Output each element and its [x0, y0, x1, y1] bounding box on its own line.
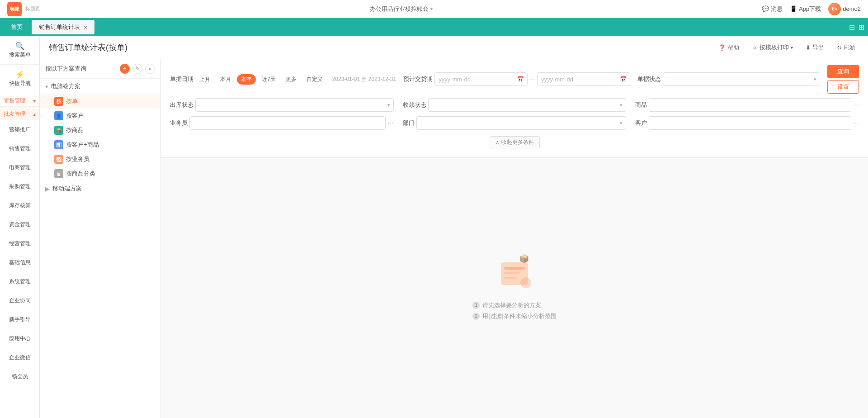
svg-point-4: [520, 277, 531, 288]
date-btn-this-year[interactable]: 本年: [237, 74, 256, 85]
tab-minimize-icon[interactable]: ⊟: [849, 23, 855, 32]
sidebar-wholesale-arrow: ▴: [33, 111, 36, 118]
svg-rect-1: [504, 267, 525, 270]
app-subtitle: 标题页: [25, 6, 40, 12]
sidebar-wechat[interactable]: 企业微信: [0, 348, 39, 367]
tree-item-by-cust-prod[interactable]: 📊 按客户+商品: [40, 138, 160, 152]
sidebar-section-retail[interactable]: 零售管理 ▾: [0, 93, 39, 107]
collapse-label: 收起更多条件: [501, 138, 534, 146]
sidebar-system[interactable]: 系统管理: [0, 272, 39, 291]
by-category-icon: 📋: [54, 169, 63, 178]
sidebar-retail-label: 零售管理: [4, 97, 25, 104]
dept-select[interactable]: [416, 116, 627, 130]
tree-section-mobile[interactable]: ▶ 移动端方案: [40, 181, 160, 196]
expected-date-from-wrap: 📅: [434, 72, 528, 86]
refresh-icon: ↻: [837, 44, 842, 51]
date-btn-custom[interactable]: 自定义: [302, 74, 327, 85]
filter-row-2: 出库状态 收款状态: [170, 98, 859, 112]
left-panel-title: 按以下方案查询: [45, 65, 116, 73]
sidebar-marketing-label: 营销推广: [4, 126, 36, 133]
tab-close-icon[interactable]: ✕: [84, 25, 87, 30]
customer-more-icon[interactable]: ···: [853, 119, 859, 127]
sidebar-purchase[interactable]: 采购管理: [0, 177, 39, 196]
out-status-group: 出库状态: [170, 98, 394, 112]
svg-text:📦: 📦: [519, 254, 529, 264]
tab-sales-stat[interactable]: 销售订单统计表 ✕: [32, 20, 94, 34]
sidebar-marketing[interactable]: 营销推广: [0, 120, 39, 139]
sidebar-quick-nav[interactable]: ⚡ 快捷导航: [0, 65, 39, 93]
sidebar-ecommerce[interactable]: 电商管理: [0, 158, 39, 177]
edit-scheme-btn[interactable]: ✎: [132, 64, 142, 74]
tree-mobile-label: 移动端方案: [52, 185, 82, 193]
date-btn-this-month[interactable]: 本月: [216, 74, 235, 85]
sidebar-finance[interactable]: 资金管理: [0, 215, 39, 234]
collapse-bar: ∧ 收起更多条件: [170, 133, 859, 152]
expected-date-from[interactable]: [434, 72, 528, 86]
goods-input[interactable]: [649, 98, 851, 112]
collapse-btn[interactable]: ∧ 收起更多条件: [490, 136, 540, 148]
settings-btn[interactable]: 设置: [827, 80, 859, 94]
sidebar-search[interactable]: 🔍 搜索菜单: [0, 36, 39, 65]
main-layout: 🔍 搜索菜单 ⚡ 快捷导航 零售管理 ▾ 批发管理 ▴ 营销推广 销售管理 电商…: [0, 36, 868, 418]
tree-item-by-order[interactable]: 按 按单: [40, 94, 160, 109]
page-header: 销售订单统计表(按单) ❓ 帮助 🖨 按模板打印 ▾ ⬇ 导出 ↻ 刷新: [40, 36, 868, 59]
by-product-label: 按商品: [66, 126, 84, 134]
add-scheme-btn[interactable]: +: [120, 64, 130, 74]
export-btn[interactable]: ⬇ 导出: [802, 42, 828, 53]
tab-home[interactable]: 首页: [4, 20, 30, 34]
app-download-btn[interactable]: 📱 App下载: [790, 5, 821, 13]
print-icon: 🖨: [752, 44, 758, 51]
customer-input[interactable]: [649, 116, 851, 130]
receipt-status-select[interactable]: [428, 98, 627, 112]
tree-item-by-customer[interactable]: 👤 按客户: [40, 109, 160, 123]
app-dropdown[interactable]: 办公用品行业模拟账套 ▾: [370, 5, 433, 13]
top-bar-right: 💬 消息 📱 App下载 Ea demo2: [762, 3, 861, 15]
sidebar-enterprise[interactable]: 企业协同: [0, 291, 39, 310]
out-status-wrap: [195, 98, 394, 112]
tab-sales-label: 销售订单统计表: [39, 23, 80, 31]
date-btn-last-month[interactable]: 上月: [195, 74, 214, 85]
tip-num-2: 2: [472, 313, 480, 320]
tree-item-by-staff[interactable]: 📈 按业务员: [40, 152, 160, 166]
sidebar-section-wholesale[interactable]: 批发管理 ▴: [0, 107, 39, 120]
expected-date-to-wrap: 📅: [537, 72, 630, 86]
refresh-btn[interactable]: ↻ 刷新: [833, 42, 859, 53]
message-btn[interactable]: 💬 消息: [762, 5, 783, 13]
expected-date-to[interactable]: [537, 72, 630, 86]
sidebar-inventory[interactable]: 库存核算: [0, 196, 39, 215]
export-icon: ⬇: [806, 44, 811, 51]
filter-row-3: 业务员 ··· 部门: [170, 116, 859, 130]
print-btn[interactable]: 🖨 按模板打印 ▾: [748, 42, 797, 53]
sidebar-member-label: 畅会员: [4, 373, 36, 380]
sidebar-basic[interactable]: 基础信息: [0, 253, 39, 272]
sidebar-member[interactable]: 畅会员: [0, 367, 39, 386]
tree-section-desktop[interactable]: ▾ 电脑端方案: [40, 79, 160, 94]
tree-item-by-category[interactable]: 📋 按商品分类: [40, 166, 160, 181]
user-profile-btn[interactable]: Ea demo2: [828, 3, 861, 15]
top-bar: 畅捷 标题页 办公用品行业模拟账套 ▾ 💬 消息 📱 App下载 Ea demo…: [0, 0, 868, 18]
date-btn-more[interactable]: 更多: [282, 74, 301, 85]
staff-more-icon[interactable]: ···: [387, 119, 393, 127]
date-filter-group: 单据日期 上月 本月 本年 近7天 更多 自定义 2023-01-01 至 20…: [170, 74, 396, 85]
tree-item-by-product[interactable]: 📦 按商品: [40, 123, 160, 138]
tab-maximize-icon[interactable]: ⊞: [859, 23, 864, 32]
query-btn[interactable]: 查询: [827, 65, 859, 78]
goods-more-icon[interactable]: ···: [853, 101, 859, 109]
staff-input[interactable]: [189, 116, 386, 130]
sidebar-appstore[interactable]: 应用中心: [0, 329, 39, 348]
collapse-panel-btn[interactable]: «: [145, 64, 155, 74]
svg-rect-3: [504, 277, 517, 279]
tree-desktop-label: 电脑端方案: [51, 82, 80, 90]
tree-expand-icon: ▾: [45, 83, 48, 90]
date-icon-from: 📅: [517, 76, 524, 82]
sidebar-operations[interactable]: 经营管理: [0, 234, 39, 253]
dropdown-label: 办公用品行业模拟账套: [370, 5, 429, 13]
help-btn[interactable]: ❓ 帮助: [715, 42, 743, 53]
out-status-select[interactable]: [195, 98, 394, 112]
app-logo: 畅捷: [7, 2, 22, 16]
order-status-select[interactable]: [663, 72, 820, 86]
date-btn-last-7[interactable]: 近7天: [258, 74, 280, 85]
sidebar-purchase-label: 采购管理: [4, 183, 36, 190]
sidebar-newbie[interactable]: 新手引导: [0, 310, 39, 329]
sidebar-sales[interactable]: 销售管理: [0, 139, 39, 158]
